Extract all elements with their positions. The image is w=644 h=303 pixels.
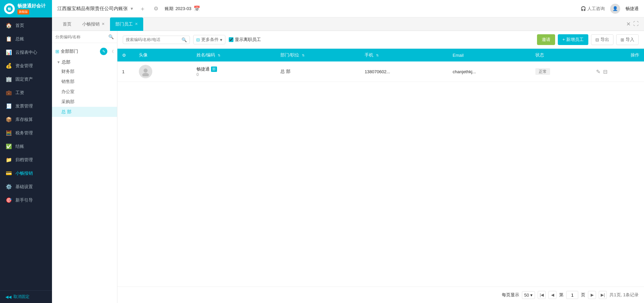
col-dept[interactable]: 部门/职位 ⇅ xyxy=(276,49,360,61)
sidebar-item-closing[interactable]: ✅ 结账 xyxy=(0,140,52,153)
topbar: 江西服宝精品有限责任公司内账张 ▼ ＋ ⚙ 账期 2023-03 📅 🎧 人工咨… xyxy=(52,0,644,17)
per-page-select[interactable]: 50 ▾ xyxy=(522,291,535,299)
add-dept-icon[interactable]: ✎ xyxy=(100,48,107,55)
collapse-icon[interactable]: 《 xyxy=(110,49,114,54)
sidebar-item-funds[interactable]: 💰 资金管理 xyxy=(0,59,52,73)
grid-icon: ⊞ xyxy=(55,49,59,54)
sidebar-item-inventory[interactable]: 📦 库存核算 xyxy=(0,113,52,126)
invite-button[interactable]: 邀请 xyxy=(537,34,555,45)
sidebar: 畅 畅捷通好会计 旗舰版 🏠 首页 📋 总账 📊 云报表中心 💰 资金管理 🏢 xyxy=(0,0,52,303)
archive-icon: 📁 xyxy=(5,157,12,163)
expand-tab-icon[interactable]: ⛶ xyxy=(633,21,639,27)
tab-home[interactable]: 首页 xyxy=(57,17,77,31)
dept-item-finance[interactable]: 财务部 xyxy=(52,67,117,77)
support-button[interactable]: 🎧 人工咨询 xyxy=(581,6,605,12)
dept-search-input[interactable] xyxy=(55,35,107,39)
show-resigned-checkbox[interactable] xyxy=(229,37,233,42)
sidebar-item-salary[interactable]: 💼 工资 xyxy=(0,86,52,99)
per-page-dropdown-icon: ▾ xyxy=(530,293,533,298)
pagination-bar: 每页显示 50 ▾ |◀ ◀ 第 页 ▶ ▶| 共1页, 1条记录 xyxy=(117,287,644,303)
tax-icon: 🧮 xyxy=(5,130,12,136)
dept-search-icon[interactable]: 🔍 xyxy=(108,34,114,39)
employee-dept-badge: 部 xyxy=(211,67,217,72)
company-name: 江西服宝精品有限责任公司内账张 xyxy=(57,6,128,12)
cell-avatar xyxy=(134,61,192,82)
table-settings-icon: ⚙ xyxy=(122,53,126,58)
employee-table-container: ⚙ 头像 姓名/编码 ⇅ 部门/职位 ⇅ xyxy=(117,49,644,287)
tab-expense-close[interactable]: ✕ xyxy=(102,22,105,26)
right-panel: 🔍 ⊟ 更多条件 ▾ 显示离职员工 邀请 + 新增员工 ⊟ 导出 xyxy=(117,31,644,303)
filter-button[interactable]: ⊟ 更多条件 ▾ xyxy=(193,35,225,44)
sidebar-item-archive[interactable]: 📁 归档管理 xyxy=(0,153,52,167)
sidebar-item-invoices[interactable]: 🧾 发票管理 xyxy=(0,99,52,113)
col-name[interactable]: 姓名/编码 ⇅ xyxy=(192,49,276,61)
col-avatar: 头像 xyxy=(134,49,192,61)
tabs-actions: ✕ ⛶ xyxy=(626,21,639,27)
period-value: 2023-03 xyxy=(175,6,192,11)
first-page-button[interactable]: |◀ xyxy=(538,291,546,299)
sidebar-item-tax[interactable]: 🧮 税务管理 xyxy=(0,126,52,140)
sidebar-nav: 🏠 首页 📋 总账 📊 云报表中心 💰 资金管理 🏢 固定资产 💼 工资 🧾 发… xyxy=(0,17,52,290)
sidebar-item-ledger[interactable]: 📋 总账 xyxy=(0,32,52,46)
closing-icon: ✅ xyxy=(5,143,12,150)
employee-search-icon[interactable]: 🔍 xyxy=(181,37,187,42)
sidebar-item-home[interactable]: 🏠 首页 xyxy=(0,19,52,32)
col-status: 状态 xyxy=(531,49,592,61)
sidebar-item-guide[interactable]: 🎯 新手引导 xyxy=(0,193,52,207)
cell-email: chanjethkj... xyxy=(448,61,531,82)
cell-name: 畅捷通 部 0 xyxy=(192,61,276,82)
col-settings[interactable]: ⚙ xyxy=(117,49,134,61)
status-badge: 正常 xyxy=(535,68,550,75)
topbar-settings-icon[interactable]: ⚙ xyxy=(151,4,161,13)
guide-icon: 🎯 xyxy=(5,197,12,204)
toolbar-right: 邀请 + 新增员工 ⊟ 导出 ⊞ 导入 xyxy=(537,34,639,45)
export-button[interactable]: ⊟ 导出 xyxy=(591,34,613,45)
sidebar-item-settings[interactable]: ⚙️ 基础设置 xyxy=(0,180,52,193)
page-unit-label: 页 xyxy=(581,292,585,298)
logout-icon[interactable]: ⊟ xyxy=(603,69,607,75)
cancel-fixed-button[interactable]: ◀◀ 取消固定 xyxy=(0,290,52,303)
sidebar-item-expense[interactable]: 💳 小畅报销 xyxy=(0,167,52,180)
edit-icon[interactable]: ✎ xyxy=(596,69,600,75)
company-selector[interactable]: 江西服宝精品有限责任公司内账张 ▼ xyxy=(57,6,134,12)
prev-page-button[interactable]: ◀ xyxy=(548,291,556,299)
ledger-icon: 📋 xyxy=(5,36,12,42)
settings-icon: ⚙️ xyxy=(5,183,12,190)
last-page-button[interactable]: ▶| xyxy=(599,291,607,299)
all-dept-header[interactable]: ⊞ 全部部门 ✎ 《 xyxy=(52,46,117,57)
page-input[interactable] xyxy=(566,291,578,299)
employee-toolbar: 🔍 ⊟ 更多条件 ▾ 显示离职员工 邀请 + 新增员工 ⊟ 导出 xyxy=(117,31,644,49)
dept-item-general[interactable]: 总 部 xyxy=(52,107,117,117)
col-phone[interactable]: 手机 ⇅ xyxy=(360,49,448,61)
invoices-icon: 🧾 xyxy=(5,103,12,110)
avatar: 👤 xyxy=(610,4,620,14)
dept-item-office[interactable]: 办公室 xyxy=(52,87,117,97)
add-company-button[interactable]: ＋ xyxy=(138,4,147,13)
sidebar-item-assets[interactable]: 🏢 固定资产 xyxy=(0,73,52,86)
employee-avatar xyxy=(139,65,152,78)
dept-search-bar: 🔍 xyxy=(52,31,117,43)
sidebar-item-reports[interactable]: 📊 云报表中心 xyxy=(0,46,52,59)
company-dropdown-icon: ▼ xyxy=(130,6,134,11)
period-label: 账期 xyxy=(165,6,173,12)
show-resigned-checkbox-label[interactable]: 显示离职员工 xyxy=(229,37,261,43)
tab-expense[interactable]: 小畅报销 ✕ xyxy=(77,17,110,31)
filter-dropdown-icon: ▾ xyxy=(220,37,222,42)
close-tab-icon[interactable]: ✕ xyxy=(626,21,631,27)
left-panel: 🔍 ⊞ 全部部门 ✎ 《 ▼ 总部 财务部 销售部 xyxy=(52,31,117,303)
dept-item-purchase[interactable]: 采购部 xyxy=(52,97,117,107)
assets-icon: 🏢 xyxy=(5,76,12,83)
inventory-icon: 📦 xyxy=(5,116,12,123)
period-display: 账期 2023-03 📅 xyxy=(165,5,200,12)
next-page-button[interactable]: ▶ xyxy=(588,291,596,299)
funds-icon: 💰 xyxy=(5,62,12,69)
calendar-icon[interactable]: 📅 xyxy=(194,5,200,12)
dept-item-sales[interactable]: 销售部 xyxy=(52,77,117,87)
import-button[interactable]: ⊞ 导入 xyxy=(616,34,639,45)
tab-dept-employee[interactable]: 部门员工 ✕ xyxy=(110,17,143,31)
home-icon: 🏠 xyxy=(5,22,12,29)
employee-search-input[interactable] xyxy=(126,37,180,42)
tab-dept-employee-close[interactable]: ✕ xyxy=(135,22,138,26)
topbar-right: 🎧 人工咨询 👤 畅捷通 xyxy=(581,4,639,14)
add-employee-button[interactable]: + 新增员工 xyxy=(558,34,588,45)
